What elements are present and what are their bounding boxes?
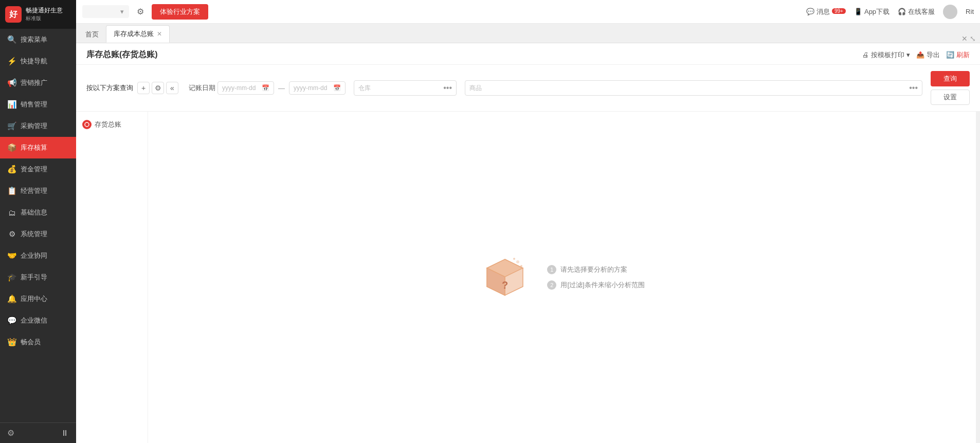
svg-text:?: ?	[502, 279, 508, 291]
app-center-icon: 🔔	[7, 294, 16, 304]
chevron-down-icon: ▾	[120, 8, 124, 15]
sidebar-item-app-center[interactable]: 🔔 应用中心	[0, 288, 76, 310]
online-service-btn[interactable]: 🎧 在线客服	[898, 7, 935, 16]
sidebar-item-newbie-guide[interactable]: 🎓 新手引导	[0, 267, 76, 288]
empty-box-icon: ?	[479, 252, 531, 303]
sidebar-item-label: 搜索菜单	[21, 35, 47, 44]
filter-settings-btn-2[interactable]: 设置	[931, 90, 970, 105]
sidebar-item-label: 畅会员	[21, 338, 41, 347]
message-label: 消息	[816, 7, 830, 16]
mobile-icon: 📱	[854, 8, 862, 15]
tab-close-btn[interactable]: ✕	[157, 30, 162, 38]
sidebar-item-system[interactable]: ⚙ 系统管理	[0, 223, 76, 245]
collapse-icon: «	[170, 84, 174, 92]
sidebar-item-member[interactable]: 👑 畅会员	[0, 331, 76, 353]
tab-inventory-cost[interactable]: 库存成本总账 ✕	[106, 25, 170, 43]
sidebar-item-label: 经营管理	[21, 186, 47, 196]
filter-scheme-label: 按以下方案查询	[86, 83, 133, 93]
sidebar-item-quick-nav[interactable]: ⚡ 快捷导航	[0, 50, 76, 72]
sidebar-item-label: 应用中心	[21, 294, 47, 304]
filter-collapse-btn[interactable]: «	[166, 82, 178, 94]
sidebar-item-inventory[interactable]: 📦 库存核算	[0, 137, 76, 158]
export-btn[interactable]: 📤 导出	[916, 50, 940, 60]
sidebar-item-wechat[interactable]: 💬 企业微信	[0, 310, 76, 331]
content-area: 库存总账(存货总账) 🖨 按模板打印 ▾ 📤 导出 🔄 刷新 按以下方案查	[76, 43, 980, 443]
app-logo-icon: 好	[5, 6, 22, 23]
calendar-icon-2: 📅	[333, 84, 341, 92]
date-dash: —	[276, 84, 287, 92]
window-resize-btn[interactable]: ⤡	[970, 34, 976, 43]
calendar-icon: 📅	[262, 84, 269, 92]
product-more-icon: •••	[909, 83, 918, 93]
refresh-label: 刷新	[956, 50, 970, 60]
sales-icon: 📊	[7, 100, 16, 109]
step-2-text: 用[过滤]条件来缩小分析范围	[560, 280, 644, 290]
topbar-left: ▾ ⚙ 体验行业方案	[82, 4, 802, 20]
sidebar: 好 畅捷通好生意 标准版 🔍 搜索菜单 ⚡ 快捷导航 📢 营销推广 📊 销售管理…	[0, 0, 76, 443]
sidebar-item-label: 销售管理	[21, 100, 47, 109]
sidebar-nav: 🔍 搜索菜单 ⚡ 快捷导航 📢 营销推广 📊 销售管理 🛒 采购管理 📦 库存核…	[0, 29, 76, 422]
scheme-item-inventory-ledger[interactable]: 存货总账	[76, 116, 148, 133]
page-header-actions: 🖨 按模板打印 ▾ 📤 导出 🔄 刷新	[862, 50, 970, 60]
basic-info-icon: 🗂	[7, 208, 16, 217]
quick-nav-icon: ⚡	[7, 57, 16, 66]
settings-footer-btn[interactable]: ⚙	[7, 428, 14, 438]
sidebar-item-finance[interactable]: 💰 资金管理	[0, 158, 76, 180]
sidebar-item-marketing[interactable]: 📢 营销推广	[0, 72, 76, 94]
filter-product[interactable]: 商品 •••	[465, 80, 922, 96]
topbar-settings-btn[interactable]: ⚙	[133, 5, 148, 19]
scheme-sidebar: 存货总账	[76, 112, 148, 443]
print-label: 按模板打印	[871, 50, 904, 60]
management-icon: 📋	[7, 186, 16, 196]
sidebar-item-management[interactable]: 📋 经营管理	[0, 180, 76, 202]
sidebar-item-sales[interactable]: 📊 销售管理	[0, 94, 76, 115]
main-area: ▾ ⚙ 体验行业方案 💬 消息 99+ 📱 App下载 🎧 在线客服 Rit	[76, 0, 980, 443]
print-btn[interactable]: 🖨 按模板打印 ▾	[862, 50, 910, 60]
right-resize-handle[interactable]	[976, 112, 980, 443]
scheme-item-label: 存货总账	[95, 120, 121, 129]
tabbar: 首页 库存成本总账 ✕ ✕ ⤡	[76, 24, 980, 43]
content-body: 存货总账	[76, 112, 980, 443]
svg-point-6	[516, 260, 519, 263]
topbar-right: 💬 消息 99+ 📱 App下载 🎧 在线客服 Rit	[806, 5, 974, 19]
tab-home-label: 首页	[85, 30, 99, 39]
window-close-btn[interactable]: ✕	[961, 34, 968, 43]
workspace-name	[87, 7, 118, 16]
search-icon: 🔍	[7, 35, 16, 44]
filter-date-end[interactable]: yyyy-mm-dd 📅	[289, 81, 346, 95]
app-download-btn[interactable]: 📱 App下载	[854, 7, 890, 16]
step-1-text: 请先选择要分析的方案	[560, 265, 627, 274]
filter-settings-btn[interactable]: ⚙	[152, 82, 164, 94]
sidebar-item-label: 快捷导航	[21, 57, 47, 66]
svg-point-8	[513, 258, 515, 260]
refresh-btn[interactable]: 🔄 刷新	[946, 50, 970, 60]
sidebar-item-basic-info[interactable]: 🗂 基础信息	[0, 202, 76, 223]
message-btn[interactable]: 💬 消息 99+	[806, 7, 846, 16]
industry-solution-btn[interactable]: 体验行业方案	[152, 4, 208, 20]
date-start-placeholder: yyyy-mm-dd	[222, 84, 260, 92]
topbar: ▾ ⚙ 体验行业方案 💬 消息 99+ 📱 App下载 🎧 在线客服 Rit	[76, 0, 980, 24]
app-version: 标准版	[26, 15, 63, 22]
workspace-selector[interactable]: ▾	[82, 5, 129, 18]
step-num-2: 2	[547, 280, 556, 290]
date-label: 记账日期	[189, 83, 215, 93]
filter-warehouse[interactable]: 仓库 •••	[354, 80, 457, 96]
print-chevron: ▾	[906, 51, 910, 59]
filter-date-start[interactable]: yyyy-mm-dd 📅	[217, 81, 274, 95]
empty-steps: 1 请先选择要分析的方案 2 用[过滤]条件来缩小分析范围	[547, 265, 644, 290]
message-badge: 99+	[832, 8, 846, 14]
sidebar-item-enterprise-collab[interactable]: 🤝 企业协同	[0, 245, 76, 267]
query-btn[interactable]: 查询	[931, 71, 970, 86]
filter-add-btn[interactable]: +	[137, 82, 150, 94]
svg-point-0	[85, 122, 89, 127]
user-avatar[interactable]	[943, 5, 957, 19]
tab-home[interactable]: 首页	[78, 26, 106, 43]
wechat-icon: 💬	[7, 316, 16, 325]
sidebar-item-label: 企业微信	[21, 316, 47, 325]
sidebar-item-purchase[interactable]: 🛒 采购管理	[0, 115, 76, 137]
sidebar-item-search[interactable]: 🔍 搜索菜单	[0, 29, 76, 50]
marketing-icon: 📢	[7, 78, 16, 87]
sidebar-item-label: 采购管理	[21, 121, 47, 131]
page-header: 库存总账(存货总账) 🖨 按模板打印 ▾ 📤 导出 🔄 刷新	[76, 43, 980, 65]
collapse-sidebar-btn[interactable]: ⏸	[61, 429, 69, 438]
